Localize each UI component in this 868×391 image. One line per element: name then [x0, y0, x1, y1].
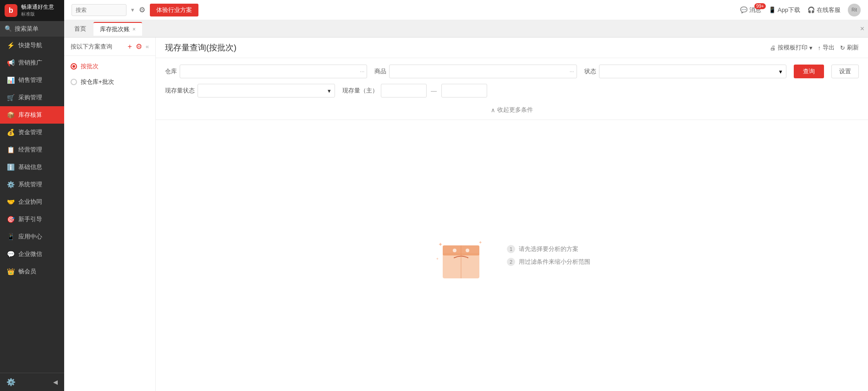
sidebar-item-label: 库存核算: [18, 111, 42, 119]
refresh-icon: ↻: [840, 44, 845, 51]
tabbar: 首页 库存批次账 × ×: [64, 20, 868, 38]
topbar-search-input[interactable]: [71, 4, 126, 16]
sidebar-item-label: 快捷导航: [18, 41, 42, 49]
sidebar-item-basic-info[interactable]: ℹ️ 基础信息: [0, 158, 64, 176]
topbar-settings-icon[interactable]: ⚙: [139, 5, 145, 14]
app-version: 标准版: [21, 11, 54, 17]
plan-item-by-batch[interactable]: 按批次: [64, 59, 155, 74]
plan-item-by-warehouse-batch[interactable]: 按仓库+批次: [64, 74, 155, 90]
settings-icon[interactable]: ⚙️: [6, 378, 16, 386]
filter-settings-btn[interactable]: 设置: [831, 65, 859, 78]
sidebar-search[interactable]: 🔍 搜索菜单: [0, 21, 64, 37]
sidebar-item-sales[interactable]: 📊 销售管理: [0, 71, 64, 89]
stock-qty-from-input[interactable]: [381, 84, 427, 98]
sidebar-item-label: 企业协同: [18, 198, 42, 206]
plan-radio: [71, 63, 77, 70]
print-icon: 🖨: [770, 44, 776, 51]
query-btn[interactable]: 查询: [794, 65, 824, 78]
product-dots[interactable]: ···: [570, 68, 574, 75]
app-download-label: App下载: [778, 6, 800, 14]
sidebar-item-vip[interactable]: 👑 畅会员: [0, 263, 64, 280]
sidebar-item-label: 应用中心: [18, 233, 42, 241]
stock-qty-to-input[interactable]: [441, 84, 487, 98]
enterprise-icon: 🤝: [6, 198, 15, 206]
page-header-actions: 🖨 按模板打印 ▾ ↑ 导出 ↻ 刷新: [770, 43, 859, 52]
tip-text-2: 用过滤条件来缩小分析范围: [519, 258, 590, 266]
empty-tips: 1 请先选择要分析的方案 2 用过滤条件来缩小分析范围: [507, 245, 590, 266]
sidebar-footer: ⚙️ ◀: [0, 373, 64, 391]
sidebar-item-newbie[interactable]: 🎯 新手引导: [0, 211, 64, 228]
app-name: 畅康通好生意: [21, 4, 54, 11]
filter-status: 状态 ▾: [584, 65, 786, 78]
basic-info-icon: ℹ️: [6, 163, 15, 171]
status-select[interactable]: ▾: [599, 65, 786, 78]
topbar-dropdown-icon[interactable]: ▾: [131, 6, 134, 13]
empty-tip-2: 2 用过滤条件来缩小分析范围: [507, 258, 590, 266]
purchase-icon: 🛒: [6, 93, 15, 102]
status-dropdown-icon: ▾: [779, 68, 782, 75]
tab-home[interactable]: 首页: [68, 22, 93, 36]
product-input[interactable]: [389, 65, 577, 78]
sidebar-item-wechat[interactable]: 💬 企业微信: [0, 245, 64, 263]
sidebar-item-inventory[interactable]: 📦 库存核算: [0, 106, 64, 124]
tab-close-icon[interactable]: ×: [132, 26, 136, 33]
sidebar-item-operation[interactable]: 📋 经营管理: [0, 141, 64, 158]
filter-row-1: 仓库 ··· 商品 ··· 状态: [165, 65, 859, 78]
sidebar: b 畅康通好生意 标准版 🔍 搜索菜单 ⚡ 快捷导航 📢 营销推广 📊 销售管理…: [0, 0, 64, 391]
tip-num-1: 1: [507, 245, 515, 253]
sidebar-item-purchase[interactable]: 🛒 采购管理: [0, 89, 64, 106]
tab-home-label: 首页: [74, 25, 86, 33]
collapse-sidebar-icon[interactable]: ◀: [53, 379, 58, 386]
sidebar-item-label: 企业微信: [18, 250, 42, 258]
tip-text-1: 请先选择要分析的方案: [519, 245, 578, 253]
sidebar-item-app-center[interactable]: 📱 应用中心: [0, 228, 64, 245]
empty-tip-1: 1 请先选择要分析的方案: [507, 245, 590, 253]
collapse-filter-btn[interactable]: ∧ 收起更多条件: [165, 103, 859, 115]
messages-btn[interactable]: 💬 消息 99+: [740, 6, 761, 14]
print-dropdown-icon[interactable]: ▾: [809, 44, 813, 51]
sidebar-item-label: 营销推广: [18, 59, 42, 67]
left-panel-header: 按以下方案查询 + ⚙ «: [64, 38, 155, 56]
search-icon: 🔍: [5, 25, 12, 32]
warehouse-dots[interactable]: ···: [360, 68, 364, 75]
export-btn[interactable]: ↑ 导出: [818, 43, 835, 52]
finance-icon: 💰: [6, 128, 15, 136]
app-download-btn[interactable]: 📱 App下载: [769, 6, 800, 14]
sidebar-item-label: 销售管理: [18, 76, 42, 84]
add-plan-btn[interactable]: +: [127, 43, 132, 51]
sidebar-item-system[interactable]: ⚙️ 系统管理: [0, 176, 64, 193]
wechat-icon: 💬: [6, 250, 15, 258]
stock-status-select[interactable]: ▾: [198, 84, 335, 98]
page-header: 现存量查询(按批次) 🖨 按模板打印 ▾ ↑ 导出 ↻ 刷新: [156, 38, 868, 58]
online-service-label: 在线客服: [817, 6, 841, 14]
warehouse-input[interactable]: [180, 65, 367, 78]
user-menu[interactable]: Rit: [848, 4, 861, 16]
sidebar-item-marketing[interactable]: 📢 营销推广: [0, 54, 64, 71]
refresh-btn[interactable]: ↻ 刷新: [840, 43, 859, 52]
sidebar-item-quick-nav[interactable]: ⚡ 快捷导航: [0, 37, 64, 54]
sidebar-item-label: 系统管理: [18, 180, 42, 189]
sidebar-search-label: 搜索菜单: [15, 25, 38, 33]
sidebar-item-enterprise[interactable]: 🤝 企业协同: [0, 193, 64, 211]
plan-settings-icon[interactable]: ⚙: [136, 42, 142, 51]
close-panel-btn[interactable]: ×: [860, 25, 864, 33]
sidebar-item-label: 新手引导: [18, 215, 42, 223]
inventory-icon: 📦: [6, 111, 15, 119]
print-btn[interactable]: 🖨 按模板打印 ▾: [770, 43, 813, 52]
filter-area: 仓库 ··· 商品 ··· 状态: [156, 58, 868, 120]
plan-label: 按仓库+批次: [81, 78, 114, 86]
experience-btn[interactable]: 体验行业方案: [150, 4, 198, 16]
sidebar-item-label: 经营管理: [18, 146, 42, 154]
sidebar-item-finance[interactable]: 💰 资金管理: [0, 124, 64, 141]
status-label: 状态: [584, 67, 596, 76]
tab-inventory-batch[interactable]: 库存批次账 ×: [93, 22, 142, 36]
app-center-icon: 📱: [6, 233, 15, 241]
sidebar-nav: ⚡ 快捷导航 📢 营销推广 📊 销售管理 🛒 采购管理 📦 库存核算 💰 资金管…: [0, 37, 64, 373]
filter-stock-status: 现存量状态 ▾: [165, 84, 335, 98]
tip-num-2: 2: [507, 258, 515, 266]
collapse-panel-btn[interactable]: «: [146, 43, 149, 50]
plan-label: 按批次: [81, 62, 99, 71]
plan-radio: [71, 79, 77, 85]
product-input-wrap: ···: [389, 65, 577, 78]
online-service-btn[interactable]: 🎧 在线客服: [808, 6, 841, 14]
